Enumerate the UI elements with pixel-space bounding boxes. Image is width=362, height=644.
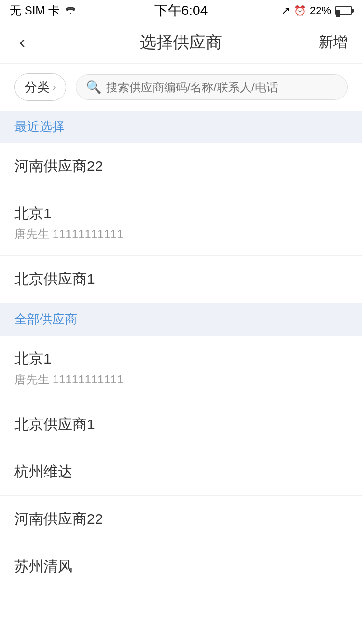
item-name: 北京供应商1: [14, 269, 348, 289]
list-item[interactable]: 北京1 唐先生 11111111111: [0, 190, 362, 256]
status-time: 下午6:04: [154, 1, 208, 20]
recent-section-label: 最近选择: [14, 119, 65, 134]
battery-icon: [335, 6, 352, 15]
list-item[interactable]: 河南供应商22: [0, 143, 362, 190]
all-section-label: 全部供应商: [14, 312, 77, 326]
item-name: 苏州清风: [14, 557, 348, 576]
item-name: 北京1: [14, 349, 348, 369]
category-label: 分类: [25, 79, 50, 96]
search-icon: 🔍: [86, 80, 101, 95]
status-right: ↗ ⏰ 22%: [281, 4, 352, 17]
recent-list: 河南供应商22 北京1 唐先生 11111111111北京供应商1: [0, 143, 362, 303]
recent-section-header: 最近选择: [0, 111, 362, 143]
search-input[interactable]: [106, 81, 337, 94]
status-left: 无 SIM 卡: [10, 3, 77, 18]
item-name: 河南供应商22: [14, 509, 348, 529]
item-name: 河南供应商22: [14, 156, 348, 176]
search-bar: 🔍: [76, 74, 348, 100]
alarm-icon: ⏰: [294, 5, 306, 16]
battery-text: 22%: [310, 4, 331, 17]
item-name: 北京供应商1: [14, 415, 348, 434]
all-list: 北京1 唐先生 11111111111北京供应商1 杭州维达 河南供应商22 苏…: [0, 336, 362, 590]
carrier-text: 无 SIM 卡: [10, 3, 60, 18]
item-sub: 唐先生 11111111111: [14, 226, 348, 242]
add-button[interactable]: 新增: [319, 32, 348, 52]
chevron-right-icon: ›: [53, 82, 56, 93]
page-title: 选择供应商: [140, 31, 222, 54]
back-button[interactable]: ‹: [14, 28, 30, 57]
list-item[interactable]: 河南供应商22: [0, 496, 362, 543]
item-name: 杭州维达: [14, 462, 348, 482]
wifi-icon: [64, 4, 77, 17]
list-item[interactable]: 北京供应商1: [0, 256, 362, 303]
category-filter-button[interactable]: 分类 ›: [14, 73, 66, 101]
list-item[interactable]: 北京供应商1: [0, 401, 362, 448]
filter-row: 分类 › 🔍: [0, 64, 362, 111]
item-name: 北京1: [14, 204, 348, 224]
location-icon: ↗: [281, 4, 290, 17]
item-sub: 唐先生 11111111111: [14, 372, 348, 387]
all-section-header: 全部供应商: [0, 303, 362, 336]
nav-bar: ‹ 选择供应商 新增: [0, 21, 362, 64]
status-bar: 无 SIM 卡 下午6:04 ↗ ⏰ 22%: [0, 0, 362, 21]
list-item[interactable]: 苏州清风: [0, 543, 362, 590]
list-item[interactable]: 北京1 唐先生 11111111111: [0, 336, 362, 401]
list-item[interactable]: 杭州维达: [0, 448, 362, 496]
